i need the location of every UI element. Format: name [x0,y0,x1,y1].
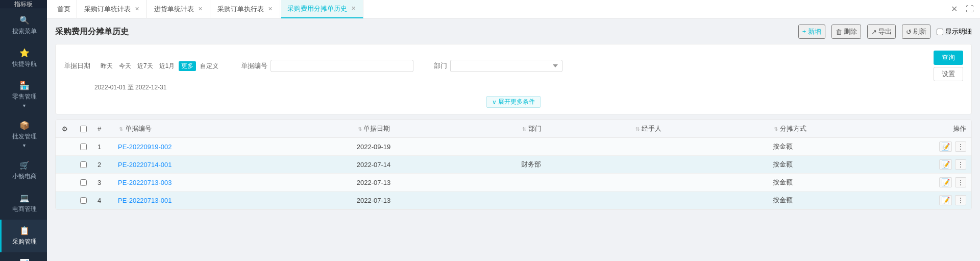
th-settings[interactable]: ⚙ [56,120,74,138]
doc-no-link[interactable]: PE-20220919-002 [118,143,172,151]
doc-no-link[interactable]: PE-20220714-001 [118,161,172,169]
td-doc-no: PE-20220714-001 [113,156,352,174]
tab-purchase-order-exec[interactable]: 采购订单执行表 ✕ [211,0,280,18]
row-checkbox[interactable] [80,197,87,204]
table-container: ⚙ # ⇅ 单据编号 ⇅ 单据日期 [55,120,972,210]
delete-button[interactable]: 🗑 删除 [831,25,861,39]
shortcut-custom[interactable]: 自定义 [198,61,220,71]
shortcut-7days[interactable]: 近7天 [135,61,155,71]
sidebar-item-label: 搜索菜单 [12,27,37,36]
maximize-icon[interactable]: ⛶ [964,4,976,15]
row-checkbox[interactable] [80,144,87,150]
td-settings [56,138,74,156]
td-split-method: 按金额 [768,192,930,209]
shortcut-today[interactable]: 今天 [117,61,133,71]
th-handler[interactable]: ⇅ 经手人 [629,120,768,138]
td-doc-date: 2022-09-19 [352,138,516,156]
tab-purchase-order-stats[interactable]: 采购订单统计表 ✕ [78,0,147,18]
td-doc-date: 2022-07-13 [352,192,516,209]
page-container: 采购费用分摊单历史 + 新增 🗑 删除 ↗ 导出 ↺ 刷新 显示明细 [47,18,980,261]
td-actions: 📝 ⋮ [930,156,971,174]
sidebar-item-quick-nav[interactable]: ⭐ 快捷导航 [0,42,47,75]
more-icon[interactable]: ⋮ [955,177,966,187]
dept-select[interactable] [450,60,562,72]
wholesale-icon: 📦 [19,121,30,130]
sidebar-item-ecommerce[interactable]: 💻 电商管理 [0,187,47,220]
sidebar-item-mini-shop[interactable]: 🛒 小畅电商 [0,154,47,187]
sidebar-item-search[interactable]: 🔍 搜索菜单 [0,9,47,42]
tab-home-label: 首页 [57,5,70,14]
shortcut-1month[interactable]: 近1月 [157,61,177,71]
edit-icon[interactable]: 📝 [939,141,952,152]
tab-home[interactable]: 首页 [51,0,77,18]
tab-label: 进货单统计表 [154,5,194,14]
star-icon: ⭐ [19,48,30,58]
tab-label: 采购费用分摊单历史 [287,4,347,13]
tab-inbound-stats[interactable]: 进货单统计表 ✕ [148,0,210,18]
sidebar-item-purchase[interactable]: 📋 采购管理 [0,220,47,252]
row-checkbox[interactable] [80,161,87,168]
th-checkbox [74,120,92,138]
tab-close-icon[interactable]: ✕ [134,6,140,12]
export-button[interactable]: ↗ 导出 [867,25,896,39]
more-icon[interactable]: ⋮ [955,195,966,205]
query-button[interactable]: 查询 [934,51,963,65]
row-checkbox[interactable] [80,179,87,186]
sidebar-logo: 指标板 [0,0,47,9]
edit-icon[interactable]: 📝 [939,159,952,170]
filter-row: 单据日期 昨天 今天 近7天 近1月 更多 自定义 单据编号 部门 [64,51,963,81]
td-doc-no: PE-20220919-002 [113,138,352,156]
th-dept[interactable]: ⇅ 部门 [516,120,629,138]
tab-label: 采购订单统计表 [84,5,131,14]
select-all-checkbox[interactable] [80,126,87,132]
sidebar-item-label: 小畅电商 [12,172,37,181]
date-shortcuts: 昨天 今天 近7天 近1月 更多 自定义 [99,61,220,71]
td-checkbox [74,156,92,174]
close-window-icon[interactable]: ✕ [949,3,960,15]
td-settings [56,174,74,192]
edit-icon[interactable]: 📝 [939,195,952,205]
add-button[interactable]: + 新增 [798,25,825,39]
doc-no-input[interactable] [271,60,413,72]
more-icon[interactable]: ⋮ [955,141,966,152]
td-num: 4 [92,192,113,209]
edit-icon[interactable]: 📝 [939,177,952,187]
refresh-button[interactable]: ↺ 刷新 [902,25,930,39]
sidebar-item-wholesale[interactable]: 📦 批发管理 ▼ [0,114,47,154]
tab-purchase-fee-history[interactable]: 采购费用分摊单历史 ✕ [281,0,363,18]
mini-shop-icon: 🛒 [19,160,30,170]
td-split-method: 按金额 [768,156,930,174]
table-header-row: ⚙ # ⇅ 单据编号 ⇅ 单据日期 [56,120,971,138]
td-doc-no: PE-20220713-001 [113,192,352,209]
td-doc-no: PE-20220713-003 [113,174,352,192]
td-actions: 📝 ⋮ [930,192,971,209]
sidebar: 指标板 🔍 搜索菜单 ⭐ 快捷导航 🏪 零售管理 ▼ 📦 批发管理 ▼ 🛒 小畅… [0,0,47,261]
th-split-method[interactable]: ⇅ 分摊方式 [768,120,930,138]
th-doc-no[interactable]: ⇅ 单据编号 [113,120,352,138]
refresh-icon: ↺ [906,28,912,36]
doc-no-link[interactable]: PE-20220713-001 [118,197,172,204]
more-icon[interactable]: ⋮ [955,159,966,170]
th-doc-date[interactable]: ⇅ 单据日期 [352,120,516,138]
date-filter-label: 单据日期 [64,61,90,70]
show-columns-label[interactable]: 显示明细 [937,27,972,36]
td-doc-date: 2022-07-14 [352,156,516,174]
show-columns-checkbox[interactable] [937,29,943,35]
sidebar-item-inventory[interactable]: 📊 库存核算 [0,252,47,261]
shortcut-yesterday[interactable]: 昨天 [99,61,115,71]
th-actions: 操作 [930,120,971,138]
tab-close-icon[interactable]: ✕ [197,6,204,12]
sidebar-item-label: 电商管理 [12,205,37,213]
tab-close-icon[interactable]: ✕ [350,5,357,12]
td-split-method: 按金额 [768,174,930,192]
page-header: 采购费用分摊单历史 + 新增 🗑 删除 ↗ 导出 ↺ 刷新 显示明细 [55,25,972,39]
td-split-method: 按金额 [768,138,930,156]
shortcut-more[interactable]: 更多 [179,61,196,71]
expand-button[interactable]: ∨ 展开更多条件 [486,96,541,108]
setting-button[interactable]: 设置 [934,67,963,81]
tab-close-icon[interactable]: ✕ [267,6,274,12]
doc-no-link[interactable]: PE-20220713-003 [118,179,172,186]
td-handler [629,174,768,192]
sidebar-item-label: 零售管理 [12,92,37,101]
sidebar-item-retail[interactable]: 🏪 零售管理 ▼ [0,75,47,114]
